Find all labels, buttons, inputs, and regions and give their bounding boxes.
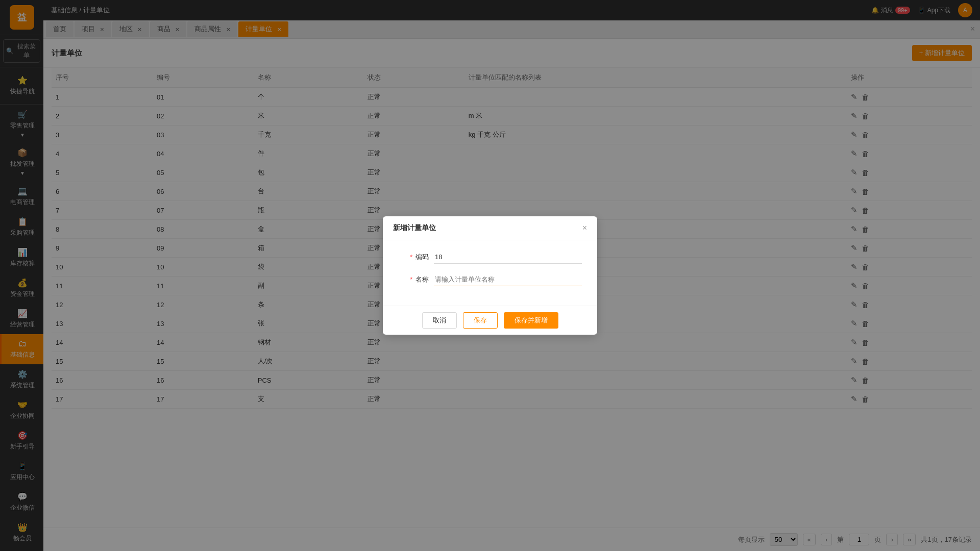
name-label-text: 名称 bbox=[415, 276, 429, 283]
name-form-row: * 名称 bbox=[398, 273, 582, 286]
code-label: * 编码 bbox=[398, 253, 429, 262]
modal-header: 新增计量单位 × bbox=[383, 216, 597, 240]
modal-footer: 取消 保存 保存并新增 bbox=[383, 306, 597, 335]
modal-body: * 编码 * 名称 bbox=[383, 240, 597, 306]
code-label-text: 编码 bbox=[415, 253, 429, 261]
name-required-marker: * bbox=[410, 276, 412, 283]
code-form-row: * 编码 bbox=[398, 251, 582, 264]
name-input[interactable] bbox=[434, 273, 582, 286]
code-input[interactable] bbox=[434, 251, 582, 264]
add-unit-modal: 新增计量单位 × * 编码 * 名称 取消 保存 保存并新增 bbox=[383, 216, 597, 335]
cancel-button[interactable]: 取消 bbox=[422, 312, 457, 329]
save-button[interactable]: 保存 bbox=[463, 312, 498, 329]
code-required-marker: * bbox=[410, 253, 412, 261]
modal-close-button[interactable]: × bbox=[582, 223, 587, 233]
modal-overlay: 新增计量单位 × * 编码 * 名称 取消 保存 保存并新增 bbox=[0, 0, 980, 551]
name-label: * 名称 bbox=[398, 275, 429, 284]
modal-title: 新增计量单位 bbox=[393, 223, 436, 233]
save-and-new-button[interactable]: 保存并新增 bbox=[504, 312, 558, 329]
